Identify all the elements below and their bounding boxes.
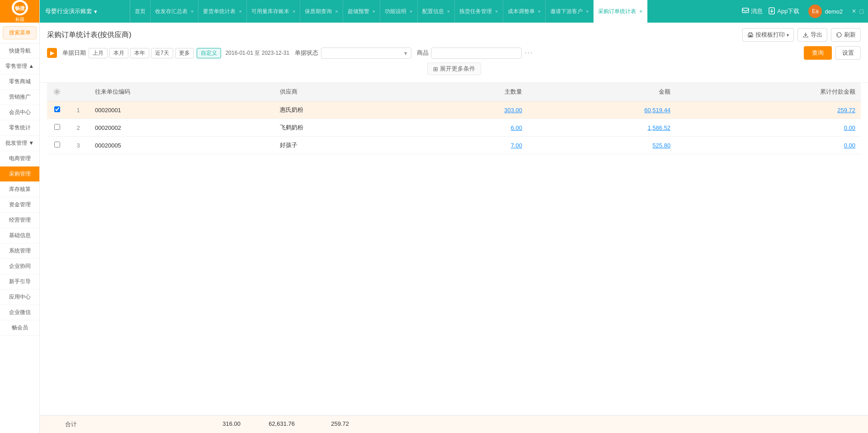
status-filter-group: 单据状态 ▾: [295, 48, 411, 59]
window-maximize-button[interactable]: □: [860, 8, 863, 15]
row-checkbox[interactable]: [47, 101, 67, 119]
goods-search-input[interactable]: [431, 48, 522, 59]
row-checkbox[interactable]: [47, 119, 67, 137]
tab-pick-task[interactable]: 拣货任务管理 ×: [455, 0, 503, 23]
date-btn-last-month[interactable]: 上月: [89, 48, 108, 58]
sidebar-item-operations[interactable]: 经营管理: [0, 213, 39, 228]
row-paid[interactable]: 0.00: [676, 119, 861, 137]
sidebar-item-member[interactable]: 会员中心: [0, 105, 39, 120]
main-content: 母婴行业演示账套 ▾ 首页 收发存汇总表 × 要货单统计表 × 可用量库存账本 …: [40, 0, 868, 433]
tab-goods-stat[interactable]: 要货单统计表 ×: [198, 0, 246, 23]
table-row[interactable]: 2 00020002 飞鹤奶粉 6.00 1,586.52 0.00: [47, 119, 861, 137]
export-button[interactable]: 导出: [797, 28, 827, 42]
tab-close-icon[interactable]: ×: [239, 9, 241, 14]
tab-func-desc[interactable]: 功能说明 ×: [380, 0, 417, 23]
message-button[interactable]: 消息: [742, 7, 763, 16]
summary-qty: 316.00: [192, 420, 246, 428]
tab-close-icon[interactable]: ×: [292, 9, 295, 14]
sidebar-item-retail-stat[interactable]: 零售统计: [0, 120, 39, 136]
date-custom-button[interactable]: 自定义: [197, 48, 221, 58]
sidebar-item-label: 新手引导: [9, 278, 31, 285]
print-button[interactable]: 按模板打印 ▾: [742, 28, 794, 42]
sidebar-item-inventory[interactable]: 库存核算: [0, 182, 39, 197]
row-amount[interactable]: 60,519.44: [528, 101, 676, 119]
row-paid[interactable]: 259.72: [676, 101, 861, 119]
row-select-checkbox[interactable]: [54, 106, 60, 112]
status-select[interactable]: ▾: [321, 48, 411, 59]
window-close-button[interactable]: ×: [852, 7, 856, 15]
sidebar-item-retail-manage[interactable]: 零售管理 ▲: [0, 59, 39, 74]
row-select-checkbox[interactable]: [54, 142, 60, 148]
tab-invite-customer[interactable]: 邀请下游客户 ×: [546, 0, 594, 23]
sidebar-item-app-center[interactable]: 应用中心: [0, 290, 39, 305]
sidebar-item-enterprise[interactable]: 企业协同: [0, 259, 39, 274]
query-button[interactable]: 查询: [804, 46, 832, 60]
sidebar-item-basic-info[interactable]: 基础信息: [0, 228, 39, 243]
sidebar-item-vip[interactable]: 畅会员: [0, 320, 39, 336]
print-icon: [747, 32, 754, 38]
table-row[interactable]: 3 00020005 好孩子 7.00 525.80 0.00: [47, 137, 861, 154]
sidebar-item-ecommerce[interactable]: 电商管理: [0, 151, 39, 167]
sidebar-item-purchase[interactable]: 采购管理: [0, 167, 39, 182]
row-amount[interactable]: 1,586.52: [528, 119, 676, 137]
sidebar-item-enterprise-wechat[interactable]: 企业微信: [0, 305, 39, 320]
goods-filter-label: 商品: [417, 49, 429, 57]
tab-close-icon[interactable]: ×: [447, 9, 450, 14]
table-row[interactable]: 1 00020001 惠氏奶粉 303.00 60,519.44 259.72: [47, 101, 861, 119]
sidebar-item-new-guide[interactable]: 新手引导: [0, 274, 39, 290]
column-config-icon[interactable]: [52, 87, 61, 96]
sidebar-item-batch-manage[interactable]: 批发管理 ▼: [0, 136, 39, 151]
row-amount[interactable]: 525.80: [528, 137, 676, 154]
sidebar-item-retail-store[interactable]: 零售商城: [0, 74, 39, 90]
expand-more-button[interactable]: ⊞ 展开更多条件: [427, 62, 481, 75]
goods-more-button[interactable]: ···: [524, 49, 533, 57]
row-qty[interactable]: 6.00: [412, 119, 528, 137]
logo: 畅捷 标题: [0, 0, 39, 23]
settings-button[interactable]: 设置: [835, 46, 861, 60]
tab-label: 要货单统计表: [203, 8, 236, 15]
date-btn-this-month[interactable]: 本月: [109, 48, 128, 58]
tab-home[interactable]: 首页: [130, 0, 151, 23]
search-menu-button[interactable]: 搜索菜单: [3, 26, 37, 39]
sidebar-item-marketing[interactable]: 营销推广: [0, 90, 39, 105]
sidebar-item-finance[interactable]: 资金管理: [0, 197, 39, 213]
tab-close-icon[interactable]: ×: [495, 9, 498, 14]
sidebar-item-label: 应用中心: [9, 294, 31, 300]
tab-close-icon[interactable]: ×: [410, 9, 412, 14]
tab-close-icon[interactable]: ×: [373, 9, 375, 14]
sidebar-item-quicknav[interactable]: 快捷导航: [0, 43, 39, 59]
filter-toggle-button[interactable]: ▶: [47, 48, 57, 58]
date-btn-last-7-days[interactable]: 近7天: [151, 48, 173, 58]
tab-cost-adjust[interactable]: 成本调整单 ×: [503, 0, 546, 23]
tab-close-icon[interactable]: ×: [639, 9, 642, 14]
row-paid[interactable]: 0.00: [676, 137, 861, 154]
tab-close-icon[interactable]: ×: [586, 9, 589, 14]
workspace-label: 母婴行业演示账套: [45, 7, 92, 15]
tab-label: 可用量库存账本: [251, 8, 289, 15]
row-qty[interactable]: 303.00: [412, 101, 528, 119]
tab-label: 采购订单统计表: [598, 8, 636, 15]
refresh-button[interactable]: 刷新: [831, 28, 861, 42]
sidebar-item-label: 采购管理: [9, 171, 31, 177]
tab-overstock-warn[interactable]: 超储预警 ×: [343, 0, 380, 23]
col-supplier-header: 供应商: [274, 83, 412, 101]
tab-config-info[interactable]: 配置信息 ×: [418, 0, 455, 23]
tab-shelf-query[interactable]: 保质期查询 ×: [300, 0, 343, 23]
date-filter-label: 单据日期: [62, 49, 86, 57]
sidebar-item-system[interactable]: 系统管理: [0, 243, 39, 259]
user-menu[interactable]: Ea demo2: [804, 5, 847, 18]
row-checkbox[interactable]: [47, 137, 67, 154]
tab-close-icon[interactable]: ×: [335, 9, 338, 14]
tab-close-icon[interactable]: ×: [191, 9, 193, 14]
row-select-checkbox[interactable]: [54, 124, 60, 130]
tab-purchase-stat[interactable]: 采购订单统计表 ×: [594, 0, 647, 23]
row-qty[interactable]: 7.00: [412, 137, 528, 154]
date-btn-this-year[interactable]: 本年: [130, 48, 149, 58]
workspace-selector[interactable]: 母婴行业演示账套 ▾: [40, 0, 130, 23]
tab-close-icon[interactable]: ×: [538, 9, 541, 14]
app-download-button[interactable]: App下载: [768, 7, 799, 16]
date-btn-more[interactable]: 更多: [175, 48, 194, 58]
tab-collect-send[interactable]: 收发存汇总表 ×: [151, 0, 198, 23]
tab-available-stock[interactable]: 可用量库存账本 ×: [247, 0, 300, 23]
filter-expand-section: ⊞ 展开更多条件: [47, 60, 861, 78]
